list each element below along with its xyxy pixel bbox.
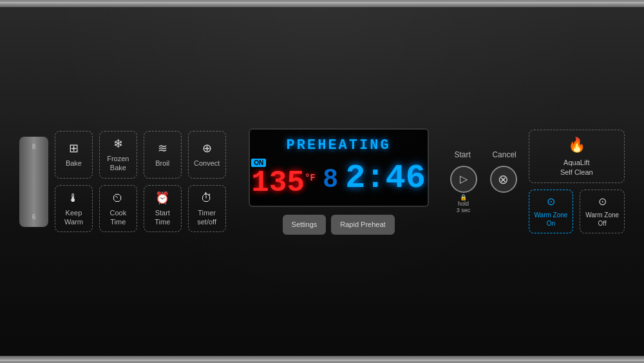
keep-warm-button[interactable]: 🌡 Keep Warm (55, 185, 93, 233)
warm-zone-off-label: Warm Zone Off (584, 211, 620, 228)
frozen-bake-icon: ❄ (113, 137, 123, 152)
warm-zone-on-label: Warm Zone On (533, 211, 569, 228)
warm-buttons: ⊙ Warm Zone On ⊙ Warm Zone Off (529, 190, 625, 233)
convect-label: Convect (194, 159, 220, 168)
timer-setoff-label: Timer set/off (192, 208, 222, 227)
temp-unit: °F (305, 173, 316, 183)
bottom-strip (0, 356, 644, 361)
aqualift-label: AquaLiftSelf Clean (560, 158, 593, 178)
timer-setoff-button[interactable]: ⏱ Timer set/off (188, 185, 226, 233)
cook-time-label: Cook Time (103, 208, 133, 227)
bake-label: Bake (66, 159, 82, 168)
hold-label: hold (458, 201, 469, 207)
timer-setoff-icon: ⏱ (201, 191, 213, 206)
start-time-button[interactable]: ⏰ Start Time (144, 185, 182, 233)
start-label: Start (448, 150, 477, 159)
cancel-label: Cancel (490, 150, 519, 159)
sec-label: 3 sec (457, 207, 471, 213)
start-time-icon: ⏰ (155, 191, 169, 206)
broil-icon: ≋ (158, 141, 167, 156)
button-grid: ⊞ Bake ❄ Frozen Bake ≋ Broil ⊕ Convect 🌡… (55, 131, 226, 233)
display-divider: 8 (323, 164, 337, 193)
convect-icon: ⊕ (202, 141, 212, 156)
oven-panel: 8 6 ⊞ Bake ❄ Frozen Bake ≋ Broil ⊕ Conve… (0, 0, 644, 363)
convect-button[interactable]: ⊕ Convect (188, 131, 226, 179)
cook-time-button[interactable]: ⏲ Cook Time (99, 185, 137, 233)
warm-zone-off-button[interactable]: ⊙ Warm Zone Off (580, 190, 625, 233)
sc-buttons: ▷ 🔒 hold 3 sec ⊗ (450, 166, 517, 213)
warm-zone-on-button[interactable]: ⊙ Warm Zone On (529, 190, 574, 233)
start-btn-wrapper: ▷ 🔒 hold 3 sec (450, 166, 477, 213)
broil-label: Broil (155, 159, 169, 168)
right-panel: 🔥 AquaLiftSelf Clean ⊙ Warm Zone On ⊙ Wa… (529, 130, 625, 233)
temp-value: 135 (251, 166, 305, 200)
start-cancel-area: Start Cancel ▷ 🔒 hold 3 sec ⊗ (448, 150, 519, 213)
hold-text: 🔒 hold 3 sec (457, 194, 471, 213)
bake-button[interactable]: ⊞ Bake (55, 131, 93, 179)
settings-button[interactable]: Settings (283, 215, 327, 234)
start-button[interactable]: ▷ (450, 166, 477, 193)
dial-mark-top: 8 (23, 143, 45, 150)
sc-labels: Start Cancel (448, 150, 519, 159)
temperature-dial[interactable]: 8 6 (19, 137, 48, 227)
frozen-bake-button[interactable]: ❄ Frozen Bake (99, 131, 137, 179)
cancel-button[interactable]: ⊗ (490, 166, 517, 193)
frozen-bake-label: Frozen Bake (103, 154, 133, 173)
bake-icon: ⊞ (69, 141, 79, 156)
start-time-label: Start Time (147, 208, 178, 227)
rapid-preheat-button[interactable]: Rapid Preheat (331, 215, 394, 234)
control-buttons: Settings Rapid Preheat (283, 215, 395, 234)
display-area: PREHEATING ON 135°F 8 2:46 Settings Rapi… (249, 128, 429, 234)
lock-icon: 🔒 (460, 194, 467, 201)
dial-area: 8 6 (19, 137, 48, 227)
dial-mark-bottom: 6 (23, 213, 45, 221)
preheating-text: PREHEATING (287, 137, 391, 153)
time-display: 2:46 (345, 162, 426, 195)
aqualift-icon: 🔥 (568, 135, 585, 155)
keep-warm-icon: 🌡 (68, 191, 79, 206)
warm-zone-off-icon: ⊙ (598, 195, 607, 209)
temperature-display: 135°F (251, 168, 316, 198)
temp-section: ON 135°F (251, 159, 316, 198)
cook-time-icon: ⏲ (112, 191, 124, 206)
warm-zone-on-icon: ⊙ (547, 195, 555, 209)
aqualift-button[interactable]: 🔥 AquaLiftSelf Clean (529, 130, 625, 184)
display-screen: PREHEATING ON 135°F 8 2:46 (249, 128, 429, 207)
keep-warm-label: Keep Warm (59, 208, 89, 227)
broil-button[interactable]: ≋ Broil (144, 131, 182, 179)
display-row: ON 135°F 8 2:46 (263, 159, 415, 198)
top-strip (0, 2, 644, 7)
